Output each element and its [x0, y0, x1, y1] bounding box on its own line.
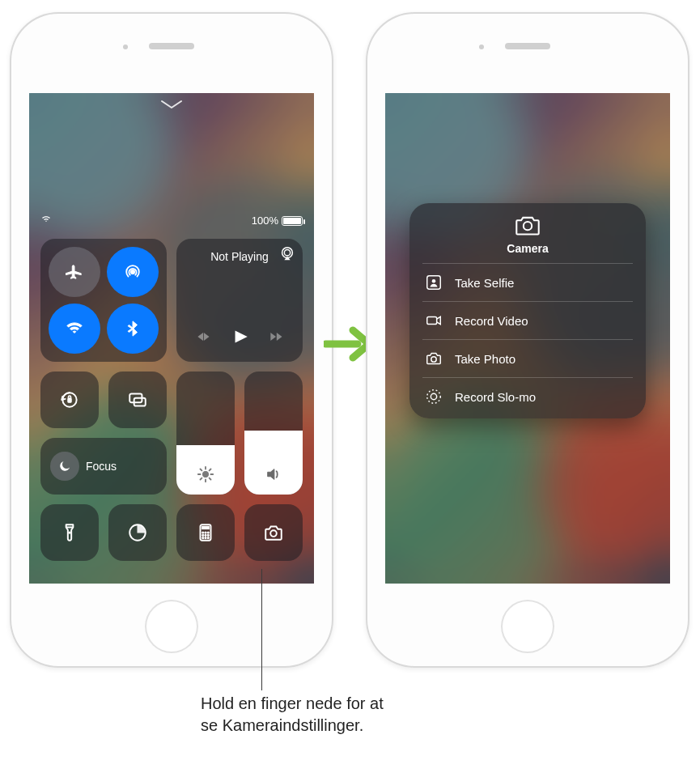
screen-right: Camera Take Selfie Record Video [385, 93, 670, 584]
media-tile[interactable]: Not Playing [176, 239, 303, 362]
connectivity-tile[interactable] [40, 239, 167, 362]
earpiece [505, 43, 550, 49]
svg-point-29 [207, 537, 209, 538]
take-selfie-row[interactable]: Take Selfie [422, 263, 633, 301]
svg-point-1 [282, 248, 293, 258]
svg-point-28 [205, 537, 206, 538]
take-selfie-label: Take Selfie [455, 276, 514, 290]
status-bar: 100% [40, 214, 303, 227]
screen-mirroring-button[interactable] [108, 372, 167, 428]
selfie-icon [424, 274, 443, 291]
photo-icon [424, 350, 443, 367]
collapse-chevron-icon[interactable] [160, 98, 183, 114]
svg-point-37 [427, 390, 441, 404]
svg-point-27 [202, 537, 204, 538]
play-icon[interactable] [229, 326, 250, 350]
timer-button[interactable] [108, 504, 167, 561]
front-camera-dot [479, 45, 484, 49]
svg-point-7 [202, 471, 208, 477]
arrow-icon [324, 324, 372, 364]
svg-point-26 [207, 534, 209, 536]
earpiece [149, 43, 194, 49]
orientation-lock-button[interactable] [40, 372, 99, 428]
svg-point-2 [284, 250, 290, 256]
front-camera-dot [123, 45, 128, 49]
svg-point-25 [205, 534, 206, 536]
camera-button[interactable] [244, 504, 303, 561]
battery-status: 100% [252, 214, 303, 227]
next-track-icon[interactable] [268, 329, 284, 348]
svg-point-35 [431, 357, 436, 362]
svg-point-31 [524, 222, 532, 230]
brightness-icon [197, 465, 214, 486]
volume-slider[interactable] [244, 372, 303, 495]
battery-percent: 100% [252, 214, 278, 227]
svg-line-14 [200, 478, 202, 480]
svg-point-17 [69, 532, 70, 533]
media-title: Not Playing [210, 250, 269, 263]
moon-icon [50, 452, 79, 481]
volume-icon [265, 465, 282, 486]
wifi-toggle[interactable] [49, 304, 100, 354]
flashlight-button[interactable] [40, 504, 99, 561]
home-button[interactable] [501, 600, 554, 653]
control-center-grid: Not Playing [40, 239, 303, 561]
svg-line-12 [200, 469, 202, 470]
record-video-row[interactable]: Record Video [422, 301, 633, 339]
ipod-right: Camera Take Selfie Record Video [366, 12, 689, 668]
svg-point-36 [431, 393, 436, 399]
ipod-left: 100% [10, 12, 333, 668]
record-slomo-label: Record Slo-mo [455, 390, 536, 404]
svg-point-30 [270, 530, 277, 537]
camera-icon [515, 214, 541, 239]
focus-button[interactable]: Focus [40, 438, 167, 495]
calculator-button[interactable] [176, 504, 235, 561]
battery-icon [282, 216, 303, 226]
camera-menu-title: Camera [507, 242, 548, 255]
svg-point-23 [207, 532, 209, 533]
focus-label: Focus [86, 460, 117, 473]
screen-left: 100% [29, 93, 314, 584]
svg-rect-20 [202, 526, 210, 529]
svg-rect-34 [427, 316, 437, 324]
svg-rect-4 [68, 398, 71, 402]
home-button[interactable] [145, 600, 198, 653]
slomo-icon [424, 388, 443, 405]
take-photo-row[interactable]: Take Photo [422, 339, 633, 377]
take-photo-label: Take Photo [455, 352, 515, 366]
svg-point-22 [205, 532, 206, 533]
svg-point-21 [202, 532, 204, 533]
callout-text: Hold en finger nede for at se Kamerainds… [201, 693, 508, 737]
svg-line-15 [210, 469, 211, 470]
camera-quick-actions: Camera Take Selfie Record Video [409, 203, 646, 418]
svg-line-13 [210, 478, 211, 480]
record-slomo-row[interactable]: Record Slo-mo [422, 377, 633, 415]
airdrop-toggle[interactable] [107, 247, 159, 297]
airplay-icon[interactable] [278, 245, 296, 266]
airplane-mode-toggle[interactable] [49, 247, 100, 297]
callout-leader-line [261, 569, 262, 690]
svg-point-33 [432, 279, 436, 283]
previous-track-icon[interactable] [195, 329, 211, 348]
brightness-slider[interactable] [176, 372, 235, 495]
video-icon [424, 312, 443, 329]
record-video-label: Record Video [455, 314, 528, 328]
svg-point-24 [202, 534, 204, 536]
wifi-status-icon [40, 214, 52, 227]
bluetooth-toggle[interactable] [107, 304, 159, 354]
callout-line1: Hold en finger nede for at [201, 694, 384, 712]
svg-point-0 [130, 270, 135, 274]
callout-line2: se Kameraindstillinger. [201, 716, 363, 734]
